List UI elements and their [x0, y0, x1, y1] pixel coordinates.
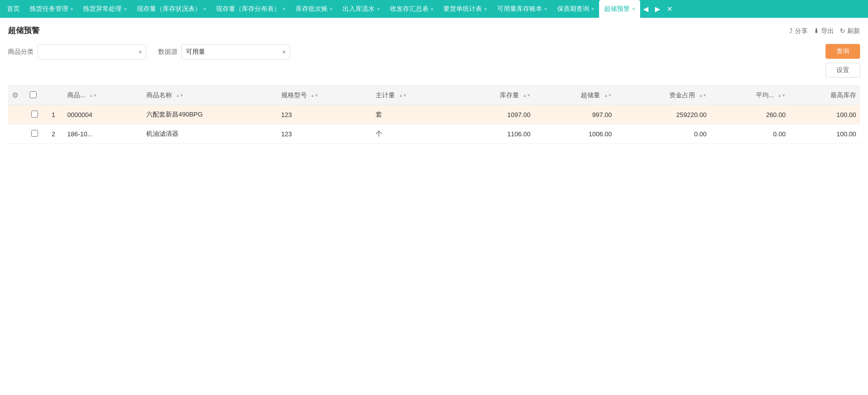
col-avg[interactable]: 平均... ▲▼ — [710, 86, 789, 105]
nav-collect-summary[interactable]: 收发存汇总表 × — [385, 0, 438, 18]
settings-button[interactable]: 设置 — [825, 63, 860, 78]
row-overstock: 1006.00 — [534, 124, 615, 144]
nav-close-inventory-status[interactable]: × — [203, 6, 206, 12]
col-settings: ⚙ — [8, 86, 26, 105]
sort-stock-icon: ▲▼ — [522, 94, 530, 98]
nav-close-task-mgmt[interactable]: × — [70, 6, 73, 12]
row-capital-use: 0.00 — [616, 124, 711, 144]
row-checkbox-cell — [26, 105, 43, 124]
row-num: 1 — [43, 105, 63, 124]
chevron-down-icon-2: ▾ — [283, 49, 286, 55]
row-product-name: 六配套新昌490BPG — [142, 105, 277, 124]
nav-inventory-dist[interactable]: 现存量（库存分布表） × — [211, 0, 290, 18]
category-label: 商品分类 — [8, 47, 34, 56]
row-spec: 123 — [277, 105, 372, 124]
nav-right-arrow[interactable]: ▶ — [652, 0, 664, 18]
row-settings-cell — [8, 124, 26, 144]
table-header-row: ⚙ 商品... ▲▼ 商品名称 ▲▼ 规格型号 ▲▼ — [8, 86, 860, 105]
export-icon: ⬇ — [814, 27, 819, 35]
col-capital-use-label: 资金占用 — [669, 91, 695, 99]
nav-close-collect-summary[interactable]: × — [431, 6, 434, 12]
refresh-icon: ↻ — [840, 27, 845, 35]
nav-close-overstock-warning[interactable]: × — [632, 6, 635, 12]
col-max-stock-label: 最高库存 — [830, 91, 856, 99]
nav-order-stats[interactable]: 要货单统计表 × — [438, 0, 492, 18]
row-checkbox-0[interactable] — [31, 111, 38, 118]
row-settings-cell — [8, 105, 26, 124]
sort-overstock-icon: ▲▼ — [604, 94, 612, 98]
top-navigation: 首页 拣货任务管理 × 拣货异常处理 × 现存量（库存状况表） × 现存量（库存… — [0, 0, 868, 18]
nav-close-available-account[interactable]: × — [544, 6, 547, 12]
datasource-label: 数据源 — [158, 47, 177, 56]
sort-product-name-icon: ▲▼ — [176, 94, 184, 98]
nav-close-all[interactable]: ✕ — [664, 0, 676, 18]
col-row-num — [43, 86, 63, 105]
nav-close-order-stats[interactable]: × — [484, 6, 487, 12]
datasource-select[interactable]: 可用量 ▾ — [181, 44, 290, 60]
nav-inventory-status[interactable]: 现存量（库存状况表） × — [132, 0, 211, 18]
col-avg-label: 平均... — [756, 91, 774, 99]
col-product-name[interactable]: 商品名称 ▲▼ — [142, 86, 277, 105]
nav-close-abnormal[interactable]: × — [124, 6, 127, 12]
row-capital-use: 259220.00 — [616, 105, 711, 124]
row-stock: 1106.00 — [453, 124, 534, 144]
share-button[interactable]: ⤴ 分享 — [789, 27, 808, 36]
query-button[interactable]: 查询 — [825, 44, 860, 59]
export-button[interactable]: ⬇ 导出 — [814, 27, 834, 36]
nav-batch-account[interactable]: 库存批次账 × — [291, 0, 338, 18]
row-checkbox-1[interactable] — [31, 130, 38, 137]
data-table: ⚙ 商品... ▲▼ 商品名称 ▲▼ 规格型号 ▲▼ — [8, 85, 860, 144]
nav-available-account[interactable]: 可用量库存账本 × — [492, 0, 552, 18]
sort-capital-use-icon: ▲▼ — [699, 94, 707, 98]
gear-icon[interactable]: ⚙ — [12, 91, 18, 99]
sort-product-code-icon: ▲▼ — [89, 94, 97, 98]
row-product-name: 机油滤清器 — [142, 124, 277, 144]
col-product-name-label: 商品名称 — [146, 91, 172, 99]
category-filter-group: 商品分类 ▾ — [8, 44, 146, 60]
nav-inout-flow[interactable]: 出入库流水 × — [338, 0, 385, 18]
col-spec[interactable]: 规格型号 ▲▼ — [277, 86, 372, 105]
nav-home[interactable]: 首页 — [2, 0, 25, 18]
col-spec-label: 规格型号 — [281, 91, 307, 99]
col-stock[interactable]: 库存量 ▲▼ — [453, 86, 534, 105]
nav-task-mgmt[interactable]: 拣货任务管理 × — [25, 0, 78, 18]
col-product-code[interactable]: 商品... ▲▼ — [63, 86, 142, 105]
nav-left-arrow[interactable]: ◀ — [640, 0, 652, 18]
category-select[interactable]: ▾ — [38, 44, 146, 60]
nav-close-quality-check[interactable]: × — [591, 6, 594, 12]
col-overstock[interactable]: 超储量 ▲▼ — [534, 86, 615, 105]
row-max-stock: 100.00 — [789, 124, 860, 144]
header-actions: ⤴ 分享 ⬇ 导出 ↻ 刷新 — [789, 27, 860, 36]
nav-close-batch-account[interactable]: × — [330, 6, 333, 12]
col-max-stock: 最高库存 — [789, 86, 860, 105]
nav-abnormal[interactable]: 拣货异常处理 × — [78, 0, 131, 18]
nav-close-inventory-dist[interactable]: × — [282, 6, 285, 12]
share-icon: ⤴ — [789, 27, 793, 35]
row-product-code: 186-10... — [63, 124, 142, 144]
row-overstock: 997.00 — [534, 105, 615, 124]
page-content: 超储预警 ⤴ 分享 ⬇ 导出 ↻ 刷新 商品分类 ▾ — [0, 18, 868, 395]
refresh-button[interactable]: ↻ 刷新 — [840, 27, 860, 36]
row-stock: 1097.00 — [453, 105, 534, 124]
sort-unit-icon: ▲▼ — [399, 94, 407, 98]
page-title: 超储预警 — [8, 26, 40, 36]
row-product-code: 0000004 — [63, 105, 142, 124]
col-unit[interactable]: 主计量 ▲▼ — [372, 86, 453, 105]
datasource-select-value: 可用量 — [186, 47, 205, 56]
nav-quality-check[interactable]: 保质期查询 × — [552, 0, 599, 18]
table-row: 2 186-10... 机油滤清器 123 个 1106.00 1006.00 … — [8, 124, 860, 144]
select-all-checkbox[interactable] — [30, 91, 37, 98]
row-spec: 123 — [277, 124, 372, 144]
nav-overstock-warning[interactable]: 超储预警 × — [599, 0, 640, 18]
col-stock-label: 库存量 — [500, 91, 519, 99]
col-unit-label: 主计量 — [376, 91, 395, 99]
row-num: 2 — [43, 124, 63, 144]
col-product-code-label: 商品... — [67, 91, 86, 99]
row-unit: 个 — [372, 124, 453, 144]
page-header: 超储预警 ⤴ 分享 ⬇ 导出 ↻ 刷新 — [8, 26, 860, 36]
col-capital-use[interactable]: 资金占用 ▲▼ — [616, 86, 711, 105]
table-row: 1 0000004 六配套新昌490BPG 123 套 1097.00 997.… — [8, 105, 860, 124]
nav-close-inout-flow[interactable]: × — [377, 6, 380, 12]
row-checkbox-cell — [26, 124, 43, 144]
chevron-down-icon: ▾ — [139, 49, 142, 55]
